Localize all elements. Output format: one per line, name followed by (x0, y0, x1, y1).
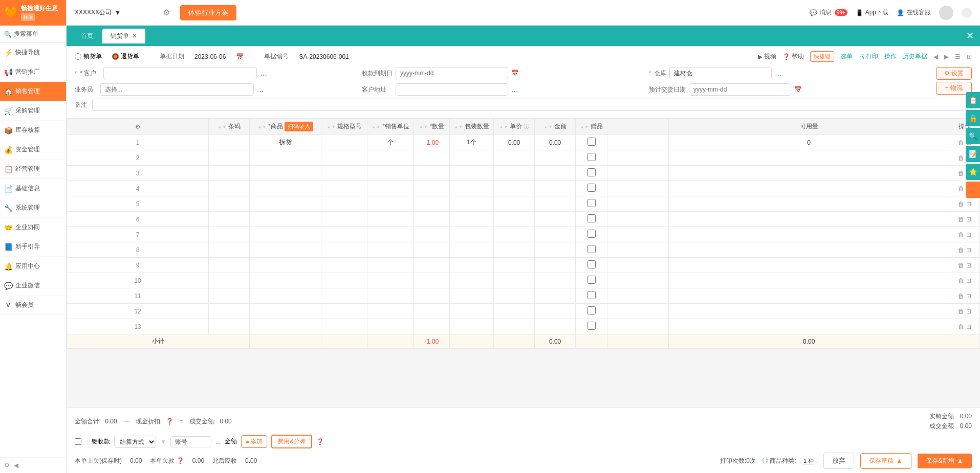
sidebar-item-marketing[interactable]: 📢 营销推广 (0, 62, 66, 82)
cell-qty[interactable]: -1.00 (413, 135, 449, 150)
float-star-icon[interactable]: ⭐ (966, 164, 980, 180)
receipt-date-input[interactable] (396, 67, 508, 79)
account-dots[interactable]: ... (215, 438, 221, 445)
gift-checkbox[interactable] (587, 276, 596, 284)
settle-method-select[interactable]: 结算方式 (114, 436, 156, 448)
delete-icon[interactable]: 🗑 (958, 200, 964, 208)
delete-icon[interactable]: 🗑 (958, 231, 964, 238)
customer-input[interactable] (103, 67, 257, 79)
gift-checkbox[interactable] (587, 230, 596, 238)
sidebar-item-guide[interactable]: 📘 新手引导 (0, 237, 66, 257)
select-btn[interactable]: 选单 (840, 52, 853, 61)
sidebar-item-member[interactable]: V 畅会员 (0, 296, 66, 315)
gift-checkbox[interactable] (587, 138, 596, 146)
grid-view-icon[interactable]: ⊞ (967, 53, 972, 60)
tab-close-all-icon[interactable]: ✕ (966, 30, 974, 41)
settings-btn[interactable]: ⚙ 设置 (936, 67, 972, 80)
float-clipboard-icon[interactable]: 📋 (966, 92, 980, 108)
radio-sale[interactable]: 销货单 (75, 52, 102, 61)
sidebar-item-wechat[interactable]: 💬 企业微信 (0, 276, 66, 296)
copy-icon[interactable]: ⊡ (966, 277, 971, 284)
gift-checkbox[interactable] (587, 153, 596, 161)
copy-icon[interactable]: ⊡ (966, 231, 971, 238)
cell-spec[interactable] (321, 135, 367, 150)
copy-icon[interactable]: ⊡ (966, 262, 971, 269)
delete-icon[interactable]: 🗑 (958, 170, 964, 177)
gift-checkbox[interactable] (587, 291, 596, 299)
sidebar-collapse-icon[interactable]: ◀ (14, 462, 18, 469)
expected-date-input[interactable] (689, 83, 791, 96)
sidebar-item-inventory[interactable]: 📦 库存核算 (0, 121, 66, 140)
delete-icon[interactable]: 🗑 (958, 185, 964, 192)
radio-return[interactable]: 退货单 (112, 52, 139, 61)
feiyong-help-icon[interactable]: ❓ (316, 438, 324, 445)
tab-home[interactable]: 首页 (73, 29, 101, 43)
save-new-btn[interactable]: 保存&新增 ▲ (918, 454, 972, 468)
trial-btn[interactable]: 体验行业方案 (180, 5, 236, 20)
cell-amount[interactable]: 0.00 (535, 135, 576, 150)
delete-icon[interactable]: 🗑 (958, 292, 964, 300)
copy-icon[interactable]: ⊡ (966, 323, 971, 330)
warehouse-input[interactable] (669, 67, 772, 79)
salesperson-input[interactable] (100, 83, 254, 96)
one-click-payment-checkbox[interactable] (75, 438, 81, 445)
tab-sales-order[interactable]: 销货单 ✕ (102, 29, 145, 43)
save-draft-btn[interactable]: 保存草稿 ▲ (860, 453, 911, 469)
sidebar-item-operations[interactable]: 📋 经营管理 (0, 160, 66, 179)
float-lock-icon[interactable]: 🔒 (966, 110, 980, 126)
float-warning-icon[interactable]: ⚠ (966, 182, 980, 198)
sidebar-item-quicknav[interactable]: ⚡ 快捷导航 (0, 43, 66, 62)
receipt-date-calendar[interactable]: 📅 (511, 70, 519, 77)
gift-checkbox[interactable] (587, 168, 596, 176)
sidebar-item-finance[interactable]: 💰 资金管理 (0, 140, 66, 160)
topbar-message[interactable]: 💬 消息 99+ (810, 8, 847, 17)
print-btn[interactable]: 🖨 打印 (859, 52, 878, 61)
customer-addr-input[interactable] (396, 83, 508, 96)
warehouse-dots[interactable]: ... (775, 69, 781, 78)
cell-price[interactable]: 0.00 (494, 135, 535, 150)
account-input[interactable] (170, 436, 211, 447)
list-view-icon[interactable]: ☰ (955, 53, 961, 60)
float-search-icon[interactable]: 🔍 (966, 128, 980, 144)
delete-icon[interactable]: 🗑 (958, 216, 964, 223)
delete-icon[interactable]: 🗑 (958, 323, 964, 330)
next-page-icon[interactable]: ▶ (944, 53, 949, 60)
salesperson-dots[interactable]: ... (257, 85, 264, 94)
company-selector[interactable]: XXXXXX公司 ▼ (75, 8, 157, 17)
calendar-icon[interactable]: 📅 (236, 53, 244, 60)
sidebar-item-collab[interactable]: 🤝 企业协同 (0, 218, 66, 237)
gift-checkbox[interactable] (587, 214, 596, 222)
discount-help[interactable]: ❓ (166, 418, 173, 425)
abandon-btn[interactable]: 放弃 (823, 453, 854, 469)
sidebar-search[interactable]: 🔍 搜索菜单 (0, 26, 66, 43)
copy-icon[interactable]: ⊡ (966, 292, 971, 300)
gift-checkbox[interactable] (587, 322, 596, 330)
sidebar-item-app[interactable]: 🔔 应用中心 (0, 257, 66, 276)
copy-icon[interactable]: ⊡ (966, 216, 971, 223)
cell-product[interactable]: 拆货 (250, 135, 321, 150)
cell-unit[interactable]: 个 (367, 135, 414, 150)
help-icon[interactable]: ❓ 帮助 (782, 52, 804, 61)
topbar-online-service[interactable]: 👤 在线客服 (897, 8, 931, 17)
customer-dots[interactable]: ... (260, 69, 267, 78)
topbar-app-download[interactable]: 📱 App下载 (856, 8, 888, 17)
copy-icon[interactable]: ⊡ (966, 200, 971, 208)
delete-icon[interactable]: 🗑 (958, 262, 964, 269)
delete-icon[interactable]: 🗑 (958, 277, 964, 284)
history-btn[interactable]: 历史单据 (903, 52, 927, 61)
prev-page-icon[interactable]: ◀ (933, 53, 938, 60)
delete-icon[interactable]: 🗑 (958, 308, 964, 315)
cell-pkgqty[interactable]: 1个 (449, 135, 493, 150)
tab-close-icon[interactable]: ✕ (132, 32, 137, 39)
sidebar-item-purchase[interactable]: 🛒 采购管理 (0, 101, 66, 121)
gift-checkbox[interactable] (587, 260, 596, 268)
user-avatar[interactable] (939, 6, 953, 20)
copy-icon[interactable]: ⊡ (966, 246, 971, 254)
settings-gear-icon[interactable]: ⚙ (163, 8, 170, 17)
add-btn[interactable]: ● 添加 (241, 435, 267, 448)
gift-checkbox[interactable] (587, 245, 596, 253)
delete-icon[interactable]: 🗑 (958, 139, 964, 146)
gift-checkbox[interactable] (587, 184, 596, 192)
radio-sale-input[interactable] (75, 53, 81, 60)
scan-btn[interactable]: 扫码录入 (285, 122, 313, 131)
